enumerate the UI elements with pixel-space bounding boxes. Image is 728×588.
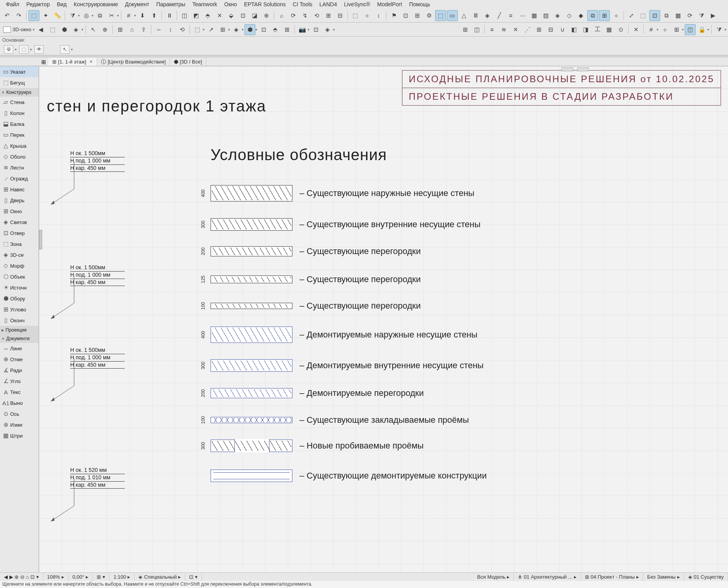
status-ortho[interactable]: ⊞ ▾ xyxy=(93,573,110,581)
tool-item-Окно[interactable]: ⊞Окно xyxy=(0,206,39,217)
menu-окно[interactable]: Окно xyxy=(221,1,241,7)
tool-split[interactable]: ✂ xyxy=(106,10,117,21)
menu-параметры[interactable]: Параметры xyxy=(153,1,189,7)
tool-ar[interactable]: ▶ xyxy=(708,10,719,21)
menu-файл[interactable]: Файл xyxy=(2,1,23,7)
right-h[interactable]: ⊟ xyxy=(545,24,556,35)
tool-trace[interactable]: ⧉ xyxy=(94,10,105,21)
tool-item-Лестн[interactable]: ≋Лестн xyxy=(0,162,39,173)
tool-w[interactable]: △ xyxy=(459,10,469,21)
right-i[interactable]: ∪ xyxy=(557,24,568,35)
nav-prev[interactable]: ◀ xyxy=(35,24,46,35)
tool-o[interactable]: ⬚ xyxy=(350,10,361,21)
status-nav[interactable]: ◀ ▶ ⊕ ⊖ ⌂ ⊡ ▾ xyxy=(0,573,43,581)
tool-item-Стена[interactable]: ▱Стена xyxy=(0,97,39,108)
status-replace[interactable]: Без Замены ▸ xyxy=(643,573,684,581)
tool-p[interactable]: ⟐ xyxy=(361,10,372,21)
title-box[interactable]: ИСХОДНЫЕ ПЛАНИРОВОЧНЫЕ РЕШЕНИЯ от 10.02.… xyxy=(402,70,721,106)
tool-s[interactable]: ⊞ xyxy=(412,10,423,21)
camera-icon[interactable]: 📷 xyxy=(297,24,308,35)
sec-b[interactable]: ⬚ xyxy=(19,45,28,54)
tool-item-Колон[interactable]: ▯Колон xyxy=(0,108,39,118)
tool-item-Обору[interactable]: ⬢Обору xyxy=(0,293,39,304)
nav-3d[interactable]: ⬢ xyxy=(59,24,70,35)
tool-c[interactable]: ⬘ xyxy=(202,10,213,21)
tool-flag[interactable]: ⚑ xyxy=(388,10,399,21)
tool-item-Перек[interactable]: ▭Перек xyxy=(0,129,39,140)
tool-h[interactable]: ⊕ xyxy=(261,10,272,21)
edit-o[interactable]: ⬘ xyxy=(270,24,281,35)
tool-ai[interactable]: ⊞ xyxy=(599,10,610,21)
right-f[interactable]: ⋰ xyxy=(522,24,533,35)
menu-modelport[interactable]: ModelPort xyxy=(374,1,406,7)
right-j[interactable]: ◧ xyxy=(569,24,579,35)
right-o[interactable]: ✕ xyxy=(631,24,641,35)
tab-layout-icon[interactable]: ⊞ xyxy=(39,59,48,65)
tool-aj[interactable]: ⟐ xyxy=(611,10,622,21)
edit-b[interactable]: ⊕ xyxy=(99,24,110,35)
edit-k[interactable]: ⊞ xyxy=(217,24,228,35)
right-q[interactable]: ⟐ xyxy=(659,24,670,35)
tool-grid[interactable]: # xyxy=(123,10,134,21)
redo-button[interactable]: ↷ xyxy=(13,10,24,21)
tool-item-Бегущ[interactable]: ⬚Бегущ xyxy=(0,77,39,88)
tool-item-Ось[interactable]: ⊙Ось xyxy=(0,408,39,419)
edit-a[interactable]: ↖ xyxy=(88,24,99,35)
tool-item-Указат[interactable]: ▭Указат xyxy=(0,66,39,77)
tool-item-Источн[interactable]: ☀Источн xyxy=(0,282,39,293)
tool-r[interactable]: ⊡ xyxy=(400,10,411,21)
tool-j[interactable]: ⟳ xyxy=(288,10,299,21)
right-c[interactable]: ≡ xyxy=(487,24,498,35)
tool-ac[interactable]: ▦ xyxy=(529,10,540,21)
tool-ae[interactable]: ◈ xyxy=(552,10,563,21)
edit-j[interactable]: ↗ xyxy=(205,24,216,35)
menu-редактор[interactable]: Редактор xyxy=(23,1,53,7)
tool-z[interactable]: ╱ xyxy=(494,10,505,21)
tab-1[interactable]: ⓘ[Центр Взаимодействия] xyxy=(97,58,170,66)
tool-item-Крыша[interactable]: △Крыша xyxy=(0,140,39,151)
status-layers[interactable]: ◈ Специальный ▸ xyxy=(135,573,185,581)
view-mode-selector[interactable]: 3D-окно xyxy=(2,26,33,33)
tool-item-Оболо[interactable]: ◇Оболо xyxy=(0,151,39,162)
tool-item-Штри[interactable]: ▦Штри xyxy=(0,430,39,441)
sec-a[interactable]: ⟱ xyxy=(4,45,13,54)
edit-g[interactable]: ↕ xyxy=(165,24,176,35)
right-g[interactable]: ⊞ xyxy=(533,24,544,35)
right-b[interactable]: ◫ xyxy=(471,24,482,35)
tool-item-Изме[interactable]: ⊛Изме xyxy=(0,419,39,430)
status-v1[interactable]: ⋔ 01 Архитектурный ... ▸ xyxy=(514,573,581,581)
status-model[interactable]: Вся Модель ▸ xyxy=(473,573,514,581)
tool-y[interactable]: ◈ xyxy=(482,10,493,21)
tool-item-Зона[interactable]: ⬚Зона xyxy=(0,238,39,249)
status-zoom[interactable]: 108% ▸ xyxy=(43,573,69,581)
tool-snap[interactable]: ◎ xyxy=(81,10,92,21)
render-a[interactable]: ⊡ xyxy=(310,24,321,35)
undo-button[interactable]: ↶ xyxy=(2,10,12,21)
status-partial[interactable]: ⊡ ▾ xyxy=(185,573,202,581)
tool-item-Дверь[interactable]: ▯Дверь xyxy=(0,195,39,206)
tab-0[interactable]: ⊞[1. 1-й этаж]✕ xyxy=(48,58,97,66)
menu-документ[interactable]: Документ xyxy=(122,1,153,7)
tool-i[interactable]: ⌕ xyxy=(276,10,287,21)
right-k[interactable]: ◨ xyxy=(580,24,591,35)
menu-land4[interactable]: LAND4 xyxy=(316,1,340,7)
status-v2[interactable]: ⊞ 04 Проект - Планы ▸ xyxy=(581,573,643,581)
tool-l[interactable]: ⟲ xyxy=(311,10,322,21)
right-p[interactable]: # xyxy=(646,24,657,35)
right-t[interactable]: 🔒 xyxy=(696,24,707,35)
tool-aa[interactable]: ≡ xyxy=(505,10,516,21)
tool-n[interactable]: ⊟ xyxy=(335,10,345,21)
tool-elev[interactable]: ⬆ xyxy=(149,10,159,21)
tool-group-Конструиро[interactable]: Конструиро xyxy=(0,88,39,97)
menu-вид[interactable]: Вид xyxy=(53,1,70,7)
right-a[interactable]: ⊞ xyxy=(460,24,471,35)
tool-magic-wand[interactable]: ✦ xyxy=(40,10,51,21)
edit-m[interactable]: ⬢ xyxy=(244,24,255,35)
right-e[interactable]: ✕ xyxy=(510,24,521,35)
edit-d[interactable]: ⌂ xyxy=(126,24,137,35)
nav-section[interactable]: ◈ xyxy=(71,24,81,35)
tool-item-Морф[interactable]: ◇Морф xyxy=(0,260,39,271)
tool-u[interactable]: ⬚ xyxy=(435,10,446,21)
tool-item-Балка[interactable]: ⬓Балка xyxy=(0,118,39,129)
tool-a[interactable]: ◫ xyxy=(179,10,190,21)
